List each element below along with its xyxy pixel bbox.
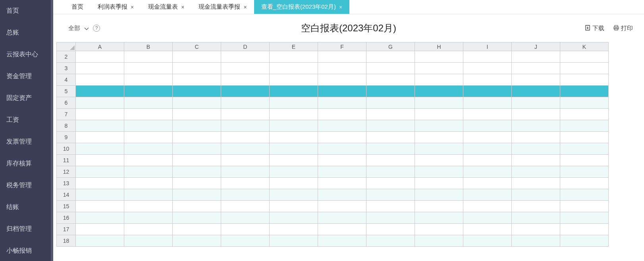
cell[interactable] bbox=[318, 201, 366, 212]
sidebar-item-6[interactable]: 发票管理 bbox=[0, 131, 51, 153]
cell[interactable] bbox=[221, 201, 270, 212]
cell[interactable] bbox=[512, 155, 560, 166]
tab-0[interactable]: 首页 bbox=[64, 0, 91, 14]
cell[interactable] bbox=[221, 51, 270, 63]
cell[interactable] bbox=[415, 224, 463, 235]
cell[interactable] bbox=[415, 212, 463, 224]
cell[interactable] bbox=[173, 51, 221, 63]
cell[interactable] bbox=[415, 86, 463, 97]
cell[interactable] bbox=[270, 86, 318, 97]
cell[interactable] bbox=[415, 178, 463, 189]
cell[interactable] bbox=[366, 155, 415, 166]
cell[interactable] bbox=[463, 143, 512, 155]
sidebar-item-0[interactable]: 首页 bbox=[0, 0, 51, 22]
row-header[interactable]: 18 bbox=[57, 235, 76, 247]
cell[interactable] bbox=[124, 143, 173, 155]
column-header[interactable]: I bbox=[463, 42, 512, 51]
row-header[interactable]: 13 bbox=[57, 178, 76, 189]
row-header[interactable]: 4 bbox=[57, 74, 76, 86]
cell[interactable] bbox=[512, 143, 560, 155]
cell[interactable] bbox=[560, 51, 609, 63]
sidebar-item-1[interactable]: 总账 bbox=[0, 22, 51, 44]
cell[interactable] bbox=[318, 155, 366, 166]
cell[interactable] bbox=[124, 109, 173, 120]
cell[interactable] bbox=[512, 120, 560, 132]
cell[interactable] bbox=[463, 212, 512, 224]
cell[interactable] bbox=[366, 166, 415, 178]
cell[interactable] bbox=[560, 74, 609, 86]
cell[interactable] bbox=[124, 178, 173, 189]
cell[interactable] bbox=[512, 51, 560, 63]
cell[interactable] bbox=[270, 178, 318, 189]
sidebar-item-4[interactable]: 固定资产 bbox=[0, 87, 51, 109]
row-header[interactable]: 10 bbox=[57, 143, 76, 155]
cell[interactable] bbox=[270, 155, 318, 166]
cell[interactable] bbox=[463, 178, 512, 189]
close-icon[interactable]: × bbox=[243, 4, 247, 10]
row-header[interactable]: 6 bbox=[57, 97, 76, 109]
tab-1[interactable]: 利润表季报× bbox=[91, 0, 141, 14]
cell[interactable] bbox=[124, 155, 173, 166]
cell[interactable] bbox=[318, 166, 366, 178]
download-button[interactable]: 下载 bbox=[584, 25, 604, 32]
close-icon[interactable]: × bbox=[339, 4, 342, 10]
cell[interactable] bbox=[366, 97, 415, 109]
cell[interactable] bbox=[512, 109, 560, 120]
cell[interactable] bbox=[318, 189, 366, 201]
cell[interactable] bbox=[221, 63, 270, 74]
cell[interactable] bbox=[76, 74, 124, 86]
cell[interactable] bbox=[415, 235, 463, 247]
cell[interactable] bbox=[560, 132, 609, 143]
cell[interactable] bbox=[76, 97, 124, 109]
cell[interactable] bbox=[366, 63, 415, 74]
cell[interactable] bbox=[512, 74, 560, 86]
cell[interactable] bbox=[366, 224, 415, 235]
cell[interactable] bbox=[270, 63, 318, 74]
cell[interactable] bbox=[270, 166, 318, 178]
cell[interactable] bbox=[318, 86, 366, 97]
cell[interactable] bbox=[512, 178, 560, 189]
cell[interactable] bbox=[221, 132, 270, 143]
cell[interactable] bbox=[124, 51, 173, 63]
cell[interactable] bbox=[560, 235, 609, 247]
cell[interactable] bbox=[366, 201, 415, 212]
cell[interactable] bbox=[318, 120, 366, 132]
cell[interactable] bbox=[560, 120, 609, 132]
cell[interactable] bbox=[463, 63, 512, 74]
row-header[interactable]: 12 bbox=[57, 166, 76, 178]
cell[interactable] bbox=[463, 109, 512, 120]
cell[interactable] bbox=[415, 166, 463, 178]
cell[interactable] bbox=[221, 189, 270, 201]
cell[interactable] bbox=[270, 51, 318, 63]
cell[interactable] bbox=[366, 74, 415, 86]
sidebar-item-9[interactable]: 结账 bbox=[0, 196, 51, 218]
cell[interactable] bbox=[221, 235, 270, 247]
cell[interactable] bbox=[318, 109, 366, 120]
cell[interactable] bbox=[76, 212, 124, 224]
cell[interactable] bbox=[463, 235, 512, 247]
cell[interactable] bbox=[221, 212, 270, 224]
cell[interactable] bbox=[463, 224, 512, 235]
help-icon[interactable]: ? bbox=[93, 25, 100, 32]
cell[interactable] bbox=[221, 109, 270, 120]
cell[interactable] bbox=[318, 224, 366, 235]
column-header[interactable]: D bbox=[221, 42, 270, 51]
close-icon[interactable]: × bbox=[181, 4, 184, 10]
cell[interactable] bbox=[560, 201, 609, 212]
row-header[interactable]: 14 bbox=[57, 189, 76, 201]
cell[interactable] bbox=[221, 166, 270, 178]
column-header[interactable]: B bbox=[124, 42, 173, 51]
cell[interactable] bbox=[173, 97, 221, 109]
cell[interactable] bbox=[366, 109, 415, 120]
cell[interactable] bbox=[560, 224, 609, 235]
cell[interactable] bbox=[221, 143, 270, 155]
filter-dropdown[interactable]: 全部 ? bbox=[68, 25, 100, 32]
cell[interactable] bbox=[318, 97, 366, 109]
cell[interactable] bbox=[76, 155, 124, 166]
cell[interactable] bbox=[173, 166, 221, 178]
cell[interactable] bbox=[76, 120, 124, 132]
row-header[interactable]: 16 bbox=[57, 212, 76, 224]
cell[interactable] bbox=[173, 143, 221, 155]
cell[interactable] bbox=[415, 143, 463, 155]
cell[interactable] bbox=[76, 224, 124, 235]
